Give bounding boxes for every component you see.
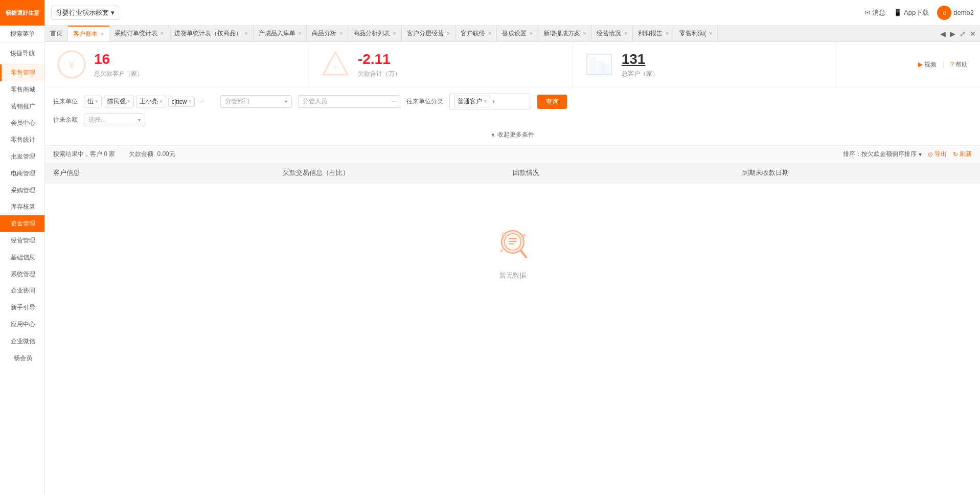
tab-new-promotion[interactable]: 新增提成方案 × <box>538 26 592 42</box>
tab-purchase-order-stats[interactable]: 采购订单统计表 × <box>109 26 169 42</box>
tab-retail-profit[interactable]: 零售利润( × <box>674 26 718 42</box>
tabs-prev-btn[interactable]: ◀ <box>939 29 947 39</box>
sidebar-item-retail-mall[interactable]: 零售商城 <box>0 81 44 98</box>
tab-operation-status-close[interactable]: × <box>624 31 627 36</box>
result-search-prefix: 搜索结果中，客户 <box>53 150 102 158</box>
tab-customer-layered-close[interactable]: × <box>447 31 450 36</box>
tab-customer-book-close[interactable]: × <box>101 31 104 37</box>
company-selector[interactable]: 母婴行业演示帐套 ▾ <box>51 6 119 20</box>
stat-card-actions: ▶ 视频 | ? 帮助 <box>836 42 980 87</box>
tab-purchase-order-stats-label: 采购订单统计表 <box>115 29 157 38</box>
sidebar-item-wechat[interactable]: 企业微信 <box>0 333 44 350</box>
tab-product-analysis-list-close[interactable]: × <box>393 31 396 36</box>
tab-new-promotion-close[interactable]: × <box>583 31 586 36</box>
filter-collapse[interactable]: ∧ 收起更多条件 <box>53 130 972 139</box>
query-button[interactable]: 查询 <box>537 95 567 109</box>
sidebar-item-inventory[interactable]: 库存核算 <box>0 198 44 215</box>
filter-department-select[interactable]: 分管部门 ▾ <box>220 95 292 108</box>
tab-customer-layered[interactable]: 客户分层经营 × <box>402 26 455 42</box>
filter-tag-wu-close[interactable]: × <box>95 99 98 104</box>
stat-label-debt-amount: 欠款合计（万） <box>358 70 401 78</box>
filter-tag-cjttcw: cjttcw × <box>168 97 195 107</box>
filter-person-label: 分管人员 <box>303 97 390 106</box>
tab-product-analysis-list[interactable]: 商品分析列表 × <box>348 26 402 42</box>
tab-promotion-settings[interactable]: 提成设置 × <box>497 26 538 42</box>
result-sort[interactable]: 排序：按欠款金额倒序排序 ▾ <box>843 150 922 159</box>
tab-product-analysis-close[interactable]: × <box>339 31 343 36</box>
filter-department-arrow: ▾ <box>285 99 287 104</box>
sidebar-item-newbie[interactable]: 新手引导 <box>0 299 44 316</box>
sidebar-item-marketing[interactable]: 营销推广 <box>0 98 44 115</box>
sidebar-logo[interactable]: 畅捷通好生意 <box>0 0 44 26</box>
sidebar-item-operation-label: 经营管理 <box>4 236 42 245</box>
filter-classify-select[interactable]: 普通客户 × ▾ <box>449 94 531 109</box>
export-button[interactable]: ⊙ 导出 <box>928 150 947 159</box>
sidebar-item-member[interactable]: 会员中心 <box>0 115 44 131</box>
tab-customer-contact[interactable]: 客户联络 × <box>455 26 497 42</box>
filter-balance-select[interactable]: 选择... ▾ <box>84 114 145 126</box>
company-name: 母婴行业演示帐套 <box>56 8 109 17</box>
sidebar-item-retail-mgmt[interactable]: 零售管理 <box>0 64 44 81</box>
tab-purchase-close[interactable]: × <box>161 31 164 36</box>
tab-home[interactable]: 首页 <box>45 26 68 42</box>
tab-inbound-stats[interactable]: 进货单统计表（按商品） × <box>169 26 254 42</box>
sidebar-item-vip[interactable]: 畅会员 <box>0 350 44 367</box>
tabs-expand-btn[interactable]: ⤢ <box>959 29 967 39</box>
sidebar-item-retail-stats[interactable]: 零售统计 <box>0 131 44 148</box>
filter-classify-remove[interactable]: × <box>484 99 487 104</box>
company-dropdown-icon: ▾ <box>111 9 115 16</box>
sidebar-item-ecommerce[interactable]: 电商管理 <box>0 165 44 182</box>
svg-point-16 <box>500 250 503 252</box>
result-debt-value: 0.00元 <box>157 150 175 158</box>
filter-balance-placeholder: 选择... <box>88 116 136 124</box>
message-action[interactable]: ✉ 消息 <box>864 8 885 17</box>
sidebar-item-app-center[interactable]: 应用中心 <box>0 316 44 333</box>
filter-tag-cjttcw-close[interactable]: × <box>189 99 192 104</box>
svg-text:!: ! <box>334 64 336 72</box>
tabs-close-btn[interactable]: ✕ <box>969 29 977 39</box>
tab-inbound-close[interactable]: × <box>245 31 248 36</box>
tab-retail-profit-close[interactable]: × <box>709 31 712 36</box>
sidebar-quick-nav[interactable]: 快捷导航 <box>0 43 44 64</box>
filter-tag-wang-close[interactable]: × <box>159 99 163 104</box>
video-button[interactable]: ▶ 视频 <box>918 60 937 69</box>
sidebar-item-wholesale[interactable]: 批发管理 <box>0 148 44 165</box>
user-label: demo2 <box>953 9 974 16</box>
filter-tag-chen-close[interactable]: × <box>127 99 130 104</box>
filter-classify-value: 普通客户 <box>458 97 482 106</box>
stat-icon-debt-amount: ! <box>321 50 350 79</box>
sidebar-item-capital[interactable]: 资金管理 <box>0 215 44 232</box>
sidebar-search-label: 搜索菜单 <box>3 30 41 38</box>
tab-operation-status-label: 经营情况 <box>597 29 621 38</box>
sidebar-item-basic-info[interactable]: 基础信息 <box>0 249 44 266</box>
app-download-action[interactable]: 📱 App下载 <box>894 8 929 17</box>
tab-customer-book[interactable]: 客户账本 × <box>68 26 109 42</box>
sidebar-item-purchase[interactable]: 采购管理 <box>0 182 44 199</box>
tab-inbound-stats-label: 进货单统计表（按商品） <box>174 29 242 38</box>
help-button[interactable]: ? 帮助 <box>950 60 968 69</box>
sidebar-search[interactable]: 搜索菜单 <box>0 26 44 43</box>
tab-operation-status[interactable]: 经营情况 × <box>591 26 633 42</box>
tab-customer-contact-close[interactable]: × <box>488 31 491 36</box>
stats-row: ¥ 16 总欠款客户（家） ! -2.11 欠款合计 <box>45 42 980 87</box>
filter-tag-chen-text: 陈民强 <box>107 97 126 106</box>
filter-person-select[interactable]: 分管人员 ··· <box>298 95 400 108</box>
sidebar-item-system[interactable]: 系统管理 <box>0 266 44 283</box>
sidebar-item-enterprise[interactable]: 企业协同 <box>0 282 44 299</box>
tab-production-inbound[interactable]: 产成品入库单 × <box>254 26 307 42</box>
tabs-next-btn[interactable]: ▶ <box>949 29 956 39</box>
tab-product-analysis[interactable]: 商品分析 × <box>307 26 348 42</box>
tab-production-close[interactable]: × <box>299 31 302 36</box>
video-help-actions: ▶ 视频 | ? 帮助 <box>918 60 968 69</box>
sidebar-item-ecommerce-label: 电商管理 <box>4 169 42 178</box>
refresh-button[interactable]: ↻ 刷新 <box>953 150 972 159</box>
sidebar-item-app-center-label: 应用中心 <box>4 320 42 329</box>
tab-profit-report-close[interactable]: × <box>666 31 669 36</box>
sidebar-item-retail-stats-label: 零售统计 <box>4 136 42 144</box>
tab-promotion-settings-close[interactable]: × <box>530 31 533 36</box>
user-action[interactable]: d demo2 <box>937 6 974 20</box>
filter-more-tags[interactable]: ··· <box>197 97 206 106</box>
stat-value-debt-amount: -2.11 <box>358 51 401 68</box>
sidebar-item-operation[interactable]: 经营管理 <box>0 232 44 249</box>
tab-profit-report[interactable]: 利润报告 × <box>633 26 674 42</box>
